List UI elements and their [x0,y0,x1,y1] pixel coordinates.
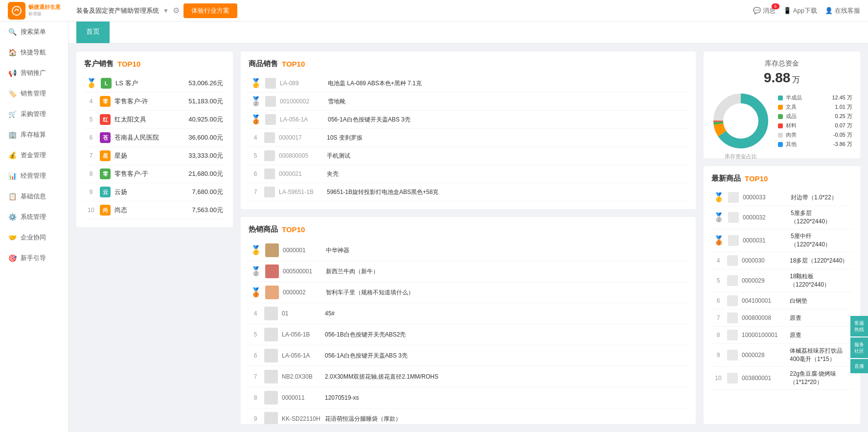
main: 🔍 搜索菜单 🏠 快捷导航 📢 营销推广 🏷️ 销售管理 🛒 采购管理 🏢 库存… [0,22,868,432]
app-label: App下载 [793,6,817,15]
product-name: 5厘多层（1220*2440） [791,209,850,226]
logo-icon [8,2,25,20]
product-sales-list: 🥇 LA-089 电池盖 LA-089 ABS本色+黑种 7.1克 🥈 0010… [249,74,688,201]
sidebar-item-purchase[interactable]: 🛒 采购管理 [0,104,68,124]
legend-value: 12.45 万 [832,94,852,101]
sidebar-item-basic[interactable]: 📋 基础信息 [0,186,68,207]
medal-icon: 🥉 [251,287,261,298]
customer-service-hotline-button[interactable]: 客服热线 [850,316,868,336]
product-image [264,187,275,197]
new-products-panel: 最新商品 TOP10 🥇 0000033 封边带（1.0*22） 🥈 [704,166,860,424]
customer-name: 苍南县人民医院 [114,133,184,142]
customer-top10-title: 客户销售 TOP10 [84,59,225,69]
product-thumbnail [264,370,278,384]
rank-num: 10 [86,207,96,214]
product-image [728,235,739,246]
sidebar-item-sales[interactable]: 🏷️ 销售管理 [0,83,68,104]
product-thumbnail [264,412,278,424]
legend-item: 半成品 12.45 万 [778,94,852,101]
product-sales-top10-label: TOP10 [282,60,305,68]
rank-num: 9 [713,352,723,359]
medal-icon: 🥉 [713,235,724,246]
table-row: 6 LA-056-1A 056-1A白色按键开关盖ABS 3壳 [249,345,688,366]
legend-color-other [778,142,783,147]
rank-num: 9 [86,189,96,195]
svg-point-0 [12,6,21,15]
rank-num: 7 [251,189,260,195]
product-name: 原查 [790,331,850,339]
customer-badge: 零 [100,96,111,107]
rank-num: 10 [713,375,723,382]
product-name: 电池盖 LA-089 ABS本色+黑种 7.1克 [328,79,422,88]
sidebar-label-marketing: 营销推广 [21,69,46,77]
sidebar-item-search[interactable]: 🔍 搜索菜单 [0,22,68,42]
product-name: 2.0X30MM双搓花轴,搓花直径2.1MM/ROHS [325,373,686,381]
table-row: 9 云 云扬 7,680.00元 [84,183,225,201]
customer-badge: 尚 [100,205,111,216]
product-image [727,255,738,266]
sidebar-item-operation[interactable]: 📊 经营管理 [0,166,68,186]
legend-item: 其他 -3.86 万 [778,141,852,148]
sidebar-item-system[interactable]: ⚙️ 系统管理 [0,207,68,227]
product-image [728,192,739,203]
trial-button[interactable]: 体验行业方案 [183,3,237,18]
product-code: KK-SD22110H [282,415,321,422]
table-row: 7 星 星扬 33,333.00元 [84,147,225,165]
sidebar-item-marketing[interactable]: 📢 营销推广 [0,63,68,83]
table-row: 8 0000011 12070519-xs [249,387,688,408]
sidebar-label-search: 搜索菜单 [21,27,46,36]
operation-icon: 📊 [8,171,17,180]
live-button[interactable]: 直播 [850,359,868,373]
product-code: 0000001 [283,247,322,254]
table-row: 9 0000028 体械荔枝味苏打饮品400毫升（1*15） [711,344,852,367]
sidebar-item-collab[interactable]: 🤝 企业协同 [0,227,68,248]
customer-amount: 40,925.00元 [188,115,223,124]
system-dropdown-button[interactable]: ▼ [163,7,169,14]
product-name: 花语萌恒温分腿睡袋（厚款） [325,415,686,423]
table-row: 4 零 零售客户-许 51,183.00元 [84,93,225,111]
product-name: 体械荔枝味苏打饮品400毫升（1*15） [790,347,850,363]
legend-name: 成品 [786,113,832,120]
system-icon: ⚙️ [8,213,17,221]
product-code: 003800001 [742,375,786,382]
legend-item: 文具 1.01 万 [778,103,852,111]
product-code: 0000028 [742,352,786,359]
tab-home[interactable]: 首页 [76,22,110,43]
customer-amount: 21,680.00元 [188,169,223,178]
sidebar-label-finance: 资金管理 [21,151,46,160]
product-sales-top10-panel: 商品销售 TOP10 🥇 LA-089 电池盖 LA-089 ABS本色+黑种 … [241,51,696,209]
product-image [264,132,275,143]
customer-badge: L [101,78,112,89]
legend-color-semifinished [778,96,783,100]
sidebar-item-inventory[interactable]: 🏢 库存核算 [0,124,68,145]
app-download-button[interactable]: 📱 App下载 [783,6,817,15]
hot-products-list: 🥇 0000001 中华神器 🥈 000500001 新西兰牛肉（新牛） [249,240,688,424]
legend-value: -3.86 万 [833,141,852,148]
rank-num: 8 [86,170,96,177]
sidebar-item-guide[interactable]: 🎯 新手引导 [0,248,68,268]
product-name: 056-1A白色按键开关盖ABS 3壳 [325,352,686,360]
product-code: LA-089 [280,80,324,87]
rank-num: 7 [86,152,96,159]
product-name: 原查 [790,314,850,322]
sidebar-item-quicknav[interactable]: 🏠 快捷导航 [0,42,68,63]
product-code: 0000033 [743,194,787,201]
product-code: LA-056-1B [282,331,321,338]
product-code: 0000021 [279,170,323,177]
customer-name: 尚态 [114,206,188,215]
online-service-button[interactable]: 👤 在线客服 [825,6,860,15]
product-name: 夹壳 [327,170,339,178]
customer-amount: 53,006.26元 [188,79,223,88]
settings-button[interactable]: ⚙ [173,6,180,15]
table-row: 🥈 001000002 雪地靴 [249,93,688,111]
rank-num: 8 [713,332,723,338]
service-community-button[interactable]: 服务社区 [850,337,868,358]
sidebar-label-sales: 销售管理 [21,89,46,98]
message-button[interactable]: 💬 消息 6 [753,6,776,15]
sidebar-item-finance[interactable]: 💰 资金管理 [0,145,68,166]
stock-total-value: 9.88 [764,70,791,85]
rank-num: 4 [86,98,96,105]
table-row: 7 NB2.0X30B 2.0X30MM双搓花轴,搓花直径2.1MM/ROHS [249,366,688,387]
collab-icon: 🤝 [8,233,17,242]
rank-num: 6 [86,134,96,141]
